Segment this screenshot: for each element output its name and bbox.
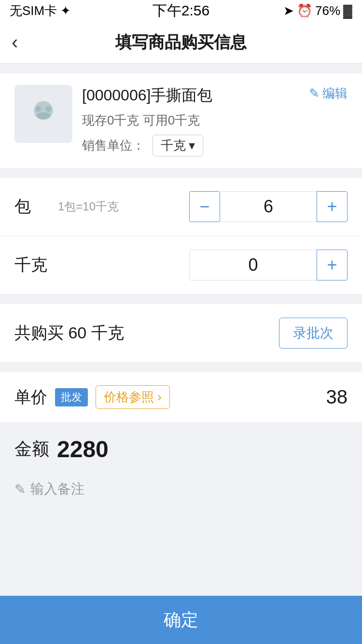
batch-button[interactable]: 录批次 [279,318,348,349]
battery-text: 76% [315,3,340,18]
amount-value: 2280 [57,436,109,462]
location-icon: ➤ [283,3,294,18]
svg-point-3 [37,112,50,119]
product-stock: 现存0千克 可用0千克 [82,112,348,129]
amount-label: 金额 [14,437,49,461]
product-name: [0000006]手撕面包 [82,85,348,106]
price-row: 单价 批发 价格参照 › 38 [14,385,348,409]
kg-controls: + [189,250,348,280]
amount-section: 金额 2280 ✎ 输入备注 [0,422,362,506]
nav-bar: ‹ 填写商品购买信息 [0,21,362,64]
product-image [14,85,72,143]
bao-sublabel: 1包=10千克 [58,199,189,214]
unit-label: 销售单位： [82,137,145,154]
bao-plus-button[interactable]: + [317,191,348,222]
bao-row: 包 1包=10千克 − + [0,178,362,236]
summary-section: 共购买 60 千克 录批次 [0,304,362,362]
svg-point-2 [46,106,51,112]
page-title: 填写商品购买信息 [115,31,247,54]
edit-label: 编辑 [322,85,348,102]
battery-icon: ▓ [343,3,352,18]
price-label: 单价 [14,386,47,408]
product-info: [0000006]手撕面包 现存0千克 可用0千克 销售单位： 千克 ▾ [82,85,348,156]
dropdown-icon: ▾ [189,138,195,153]
back-button[interactable]: ‹ [12,31,18,53]
confirm-button[interactable]: 确定 [0,596,362,644]
price-value: 38 [326,386,348,408]
edit-icon: ✎ [309,86,320,101]
bao-quantity-input[interactable] [220,191,317,222]
battery-area: ➤ ⏰ 76% ▓ [283,3,352,18]
pencil-icon: ✎ [14,481,26,497]
kg-quantity-input[interactable] [189,250,317,280]
product-logo-icon [27,97,60,131]
price-ref-button[interactable]: 价格参照 › [96,385,170,409]
kg-label: 千克 [14,254,53,276]
kg-plus-button[interactable]: + [317,250,348,280]
bao-controls: − + [189,191,348,222]
product-card: [0000006]手撕面包 现存0千克 可用0千克 销售单位： 千克 ▾ ✎ 编… [0,73,362,168]
price-tag: 批发 [55,388,88,406]
unit-value: 千克 [161,137,186,154]
carrier-text: 无SIM卡 ✦ [10,2,71,19]
svg-point-1 [36,106,41,112]
unit-select[interactable]: 千克 ▾ [153,135,203,156]
kg-row: 千克 + [0,236,362,294]
time-text: 下午2:56 [153,1,209,21]
summary-text: 共购买 60 千克 [14,322,124,344]
input-section: 包 1包=10千克 − + 千克 + [0,178,362,294]
edit-button[interactable]: ✎ 编辑 [309,85,348,102]
alarm-icon: ⏰ [297,3,312,18]
bao-minus-button[interactable]: − [189,191,220,222]
product-unit-row: 销售单位： 千克 ▾ [82,135,348,156]
note-row[interactable]: ✎ 输入备注 [14,472,348,506]
status-bar: 无SIM卡 ✦ 下午2:56 ➤ ⏰ 76% ▓ [0,0,362,21]
note-placeholder: 输入备注 [30,480,84,498]
price-section: 单价 批发 价格参照 › 38 [0,372,362,422]
amount-row: 金额 2280 [14,436,348,462]
bao-label: 包 [14,196,53,218]
